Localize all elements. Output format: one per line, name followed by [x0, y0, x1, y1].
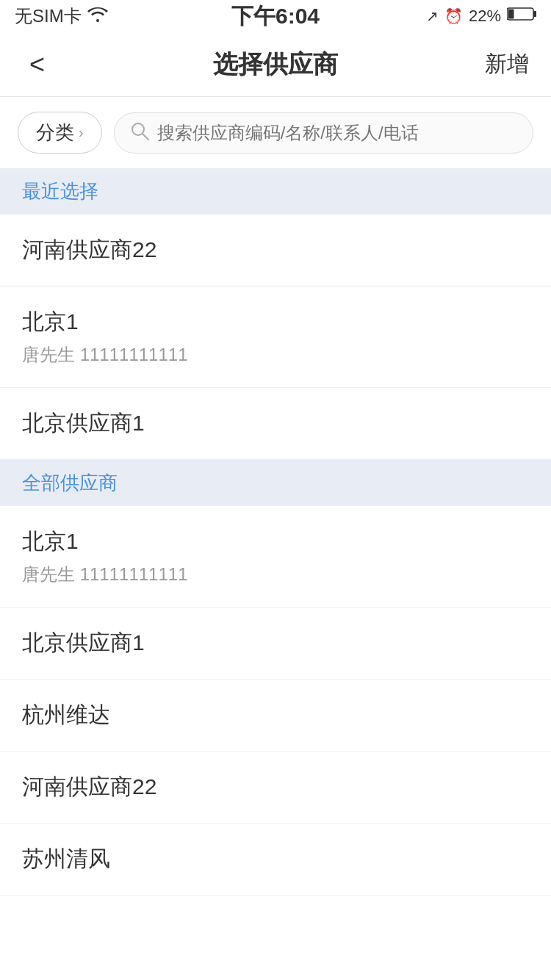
carrier-text: 无SIM卡 — [15, 4, 82, 28]
list-item[interactable]: 北京供应商1 — [0, 608, 551, 680]
status-left: 无SIM卡 — [15, 4, 108, 28]
svg-line-4 — [143, 134, 148, 140]
item-name: 河南供应商22 — [22, 235, 529, 265]
svg-rect-1 — [533, 11, 536, 17]
status-time: 下午6:04 — [231, 1, 320, 32]
chevron-right-icon: › — [79, 124, 84, 141]
page-title: 选择供应商 — [213, 48, 338, 82]
filter-bar: 分类 › — [0, 97, 551, 168]
location-icon: ↗ — [426, 7, 439, 25]
list-item[interactable]: 北京1唐先生 11111111111 — [0, 287, 551, 388]
list-item[interactable]: 杭州维达 — [0, 680, 551, 752]
recent-list: 河南供应商22北京1唐先生 11111111111北京供应商1 — [0, 215, 551, 460]
all-list: 北京1唐先生 11111111111北京供应商1杭州维达河南供应商22苏州清风 — [0, 506, 551, 896]
category-button[interactable]: 分类 › — [18, 112, 102, 154]
list-item[interactable]: 北京1唐先生 11111111111 — [0, 506, 551, 608]
battery-text: 22% — [469, 7, 501, 26]
item-name: 苏州清风 — [22, 844, 529, 874]
item-name: 北京1 — [22, 307, 529, 337]
list-item[interactable]: 苏州清风 — [0, 824, 551, 896]
recent-section-header: 最近选择 — [0, 168, 551, 215]
list-item[interactable]: 北京供应商1 — [0, 388, 551, 460]
list-item[interactable]: 河南供应商22 — [0, 215, 551, 287]
all-section-header: 全部供应商 — [0, 460, 551, 506]
item-contact: 唐先生 11111111111 — [22, 563, 529, 586]
item-name: 北京供应商1 — [22, 408, 529, 439]
item-name: 北京1 — [22, 527, 529, 557]
item-name: 杭州维达 — [22, 700, 529, 730]
search-icon — [129, 120, 150, 145]
search-input[interactable] — [157, 123, 518, 143]
status-bar: 无SIM卡 下午6:04 ↗ ⏰ 22% — [0, 0, 551, 32]
new-action-button[interactable]: 新增 — [485, 49, 529, 79]
wifi-icon — [87, 6, 108, 26]
svg-rect-2 — [508, 10, 514, 19]
item-name: 河南供应商22 — [22, 772, 529, 802]
nav-bar: < 选择供应商 新增 — [0, 32, 551, 97]
status-right: ↗ ⏰ 22% — [426, 7, 536, 26]
recent-section-label: 最近选择 — [22, 180, 98, 202]
battery-icon — [507, 7, 536, 26]
search-box[interactable] — [114, 112, 533, 154]
category-label: 分类 — [36, 120, 74, 145]
alarm-icon: ⏰ — [444, 7, 463, 25]
all-section-label: 全部供应商 — [22, 472, 118, 494]
list-item[interactable]: 河南供应商22 — [0, 752, 551, 824]
item-name: 北京供应商1 — [22, 628, 529, 658]
back-button[interactable]: < — [22, 42, 52, 87]
item-contact: 唐先生 11111111111 — [22, 343, 529, 367]
